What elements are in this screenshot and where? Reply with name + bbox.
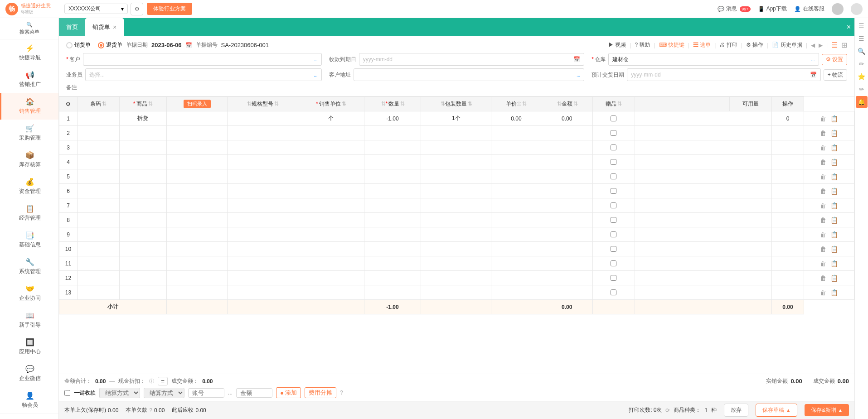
- row-quantity[interactable]: [364, 184, 421, 198]
- grid-view-icon[interactable]: ⊞: [841, 41, 847, 49]
- calc-method-select[interactable]: 结算方式: [99, 388, 140, 398]
- row-amount[interactable]: [541, 227, 593, 242]
- copy-row-icon[interactable]: 📋: [830, 159, 838, 166]
- row-spec[interactable]: [228, 213, 298, 227]
- sidebar-item-quick-nav[interactable]: ⚡快捷导航: [0, 39, 58, 66]
- delete-row-icon[interactable]: 🗑: [820, 275, 826, 282]
- row-barcode[interactable]: [78, 184, 120, 198]
- copy-row-icon[interactable]: 📋: [830, 173, 838, 180]
- row-package-qty[interactable]: [421, 198, 491, 213]
- delete-row-icon[interactable]: 🗑: [820, 130, 826, 137]
- row-barcode[interactable]: [78, 126, 120, 140]
- row-unit-price[interactable]: [491, 256, 541, 271]
- row-unit-price[interactable]: [491, 198, 541, 213]
- row-spec[interactable]: [228, 169, 298, 184]
- sidebar-item-purchase[interactable]: 🛒采购管理: [0, 120, 58, 146]
- sidebar-item-guide[interactable]: 📖新手引导: [0, 307, 58, 333]
- row-spec[interactable]: [228, 140, 298, 155]
- row-gift[interactable]: [592, 256, 635, 271]
- row-amount[interactable]: [541, 213, 593, 227]
- salesman-input[interactable]: 选择... ...: [85, 68, 322, 81]
- copy-row-icon[interactable]: 📋: [830, 144, 838, 151]
- row-barcode[interactable]: [78, 169, 120, 184]
- row-unit[interactable]: [298, 155, 364, 169]
- row-barcode[interactable]: [78, 213, 120, 227]
- row-spec[interactable]: [228, 256, 298, 271]
- row-unit-price[interactable]: [491, 126, 541, 140]
- save-draft-button[interactable]: 保存草稿 ▲: [756, 404, 797, 417]
- row-unit[interactable]: [298, 242, 364, 256]
- row-gift[interactable]: [592, 271, 635, 285]
- due-date-calendar-icon[interactable]: 📅: [573, 56, 580, 63]
- right-panel-btn-1[interactable]: ☰: [856, 20, 868, 32]
- scan-entry-button[interactable]: 扫码录入: [184, 100, 211, 108]
- delete-row-icon[interactable]: 🗑: [820, 231, 826, 238]
- row-quantity[interactable]: [364, 271, 421, 285]
- row-package-qty[interactable]: [421, 242, 491, 256]
- copy-row-icon[interactable]: 📋: [830, 217, 838, 224]
- row-package-qty[interactable]: [421, 285, 491, 300]
- row-gift[interactable]: [592, 213, 635, 227]
- row-product[interactable]: [119, 256, 166, 271]
- row-amount[interactable]: 0.00: [541, 111, 593, 126]
- sidebar-item-inventory[interactable]: 📦库存核算: [0, 146, 58, 173]
- add-button[interactable]: ● 添加: [276, 387, 301, 398]
- row-unit-price[interactable]: [491, 184, 541, 198]
- copy-row-icon[interactable]: 📋: [830, 115, 838, 122]
- next-icon[interactable]: ▶: [819, 42, 823, 48]
- gift-checkbox[interactable]: [611, 289, 616, 295]
- save-new-button[interactable]: 保存&新增 ▲: [805, 404, 849, 416]
- delete-row-icon[interactable]: 🗑: [820, 246, 826, 253]
- row-quantity[interactable]: -1.00: [364, 111, 421, 126]
- row-package-qty[interactable]: 1个: [421, 111, 491, 126]
- row-gift[interactable]: [592, 155, 635, 169]
- row-barcode[interactable]: [78, 285, 120, 300]
- equals-button[interactable]: =: [158, 377, 168, 385]
- row-product[interactable]: [119, 198, 166, 213]
- row-barcode[interactable]: [78, 155, 120, 169]
- company-selector[interactable]: XXXXXX公司 ▾: [64, 4, 128, 14]
- row-amount[interactable]: [541, 126, 593, 140]
- sidebar-item-member[interactable]: 👤畅会员: [0, 387, 58, 414]
- right-panel-btn-4[interactable]: ✏: [856, 58, 868, 70]
- row-quantity[interactable]: [364, 227, 421, 242]
- history-btn[interactable]: 📄 历史单据: [772, 41, 802, 49]
- expense-help-icon[interactable]: ?: [340, 390, 343, 396]
- sidebar-search[interactable]: 🔍 搜索菜单: [0, 18, 58, 39]
- row-product[interactable]: 拆货: [119, 111, 166, 126]
- row-product[interactable]: [119, 227, 166, 242]
- row-barcode[interactable]: [78, 111, 120, 126]
- delete-row-icon[interactable]: 🗑: [820, 115, 826, 122]
- row-quantity[interactable]: [364, 169, 421, 184]
- gift-checkbox[interactable]: [611, 159, 616, 165]
- row-amount[interactable]: [541, 242, 593, 256]
- row-unit[interactable]: [298, 213, 364, 227]
- row-amount[interactable]: [541, 285, 593, 300]
- online-service-button[interactable]: 👤 在线客服: [794, 5, 824, 13]
- calendar-icon[interactable]: 📅: [185, 42, 192, 48]
- row-gift[interactable]: [592, 169, 635, 184]
- row-barcode[interactable]: [78, 140, 120, 155]
- gift-checkbox[interactable]: [611, 217, 616, 223]
- gift-checkbox[interactable]: [611, 246, 616, 252]
- row-barcode[interactable]: [78, 198, 120, 213]
- copy-row-icon[interactable]: 📋: [830, 275, 838, 282]
- logistics-button[interactable]: + 物流: [824, 69, 847, 81]
- sidebar-item-wechat[interactable]: 💬企业微信: [0, 360, 58, 387]
- message-button[interactable]: 💬 消息 99+: [718, 5, 750, 13]
- row-spec[interactable]: [228, 242, 298, 256]
- row-package-qty[interactable]: [421, 271, 491, 285]
- avatar2[interactable]: [851, 3, 863, 15]
- delete-row-icon[interactable]: 🗑: [820, 144, 826, 151]
- row-package-qty[interactable]: [421, 256, 491, 271]
- row-unit[interactable]: [298, 126, 364, 140]
- gift-checkbox[interactable]: [611, 231, 616, 237]
- app-download-button[interactable]: 📱 App下载: [758, 5, 787, 13]
- row-amount[interactable]: [541, 198, 593, 213]
- row-product[interactable]: [119, 285, 166, 300]
- row-spec[interactable]: [228, 271, 298, 285]
- row-gift[interactable]: [592, 227, 635, 242]
- row-gift[interactable]: [592, 140, 635, 155]
- row-gift[interactable]: [592, 242, 635, 256]
- expense-button[interactable]: 费用分摊: [305, 387, 336, 398]
